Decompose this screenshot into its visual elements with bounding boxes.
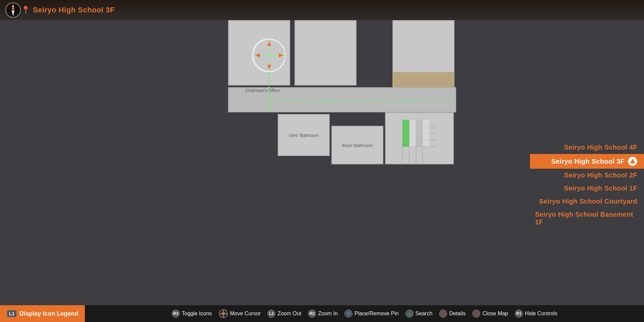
control-zoom-in: R2 Zoom In — [308, 310, 338, 318]
label-girls-bathroom: Girls' Bathroom — [282, 132, 326, 138]
control-toggle-icons: R3 Toggle Icons — [172, 310, 212, 318]
compass-icon: N — [5, 2, 21, 18]
r1-key: R1 — [515, 310, 523, 318]
triangle-key: △ — [406, 310, 414, 318]
header: N 📍 Seiryo High School 3F — [0, 0, 644, 20]
l1-key: L1 — [7, 310, 17, 317]
display-legend-button[interactable]: L1 Display Icon Legend — [0, 305, 85, 322]
active-floor-icon — [628, 157, 637, 166]
circle-key-details: ○ — [439, 310, 447, 318]
svg-rect-15 — [416, 120, 423, 147]
svg-rect-16 — [423, 120, 429, 147]
circle-key-close: ○ — [472, 310, 480, 318]
svg-marker-23 — [279, 53, 283, 57]
svg-point-29 — [222, 312, 225, 315]
floor-item-courtyard[interactable]: Seiryo High School Courtyard — [530, 195, 644, 208]
close-map-label: Close Map — [482, 311, 508, 317]
floor-item-basement1f[interactable]: Seiryo High School Basement 1F — [530, 208, 644, 229]
control-place-pin: ✕ Place/Remove Pin — [344, 310, 399, 318]
svg-marker-32 — [220, 313, 221, 315]
room-girls-bathroom: Girls' Bathroom — [278, 114, 330, 156]
floor-item-2f[interactable]: Seiryo High School 2F — [530, 169, 644, 182]
locker-grid-icon — [386, 113, 454, 165]
location-pin-icon: 📍 — [21, 6, 30, 14]
zoom-in-label: Zoom In — [318, 311, 338, 317]
room-right1-lower — [392, 72, 454, 87]
svg-marker-22 — [255, 53, 260, 57]
move-cursor-label: Move Cursor — [230, 311, 261, 317]
svg-rect-14 — [409, 120, 416, 147]
floor-item-4f[interactable]: Seiryo High School 4F — [530, 141, 644, 154]
search-label: Search — [416, 311, 433, 317]
label-chairman-office: Chairman's Office — [233, 88, 292, 93]
floor-item-3f[interactable]: Seiryo High School 3F — [530, 154, 644, 169]
room-mid1 — [294, 20, 357, 86]
controls-center: R3 Toggle Icons Move Cursor L2 Zoom Out … — [85, 309, 644, 318]
control-move-cursor: Move Cursor — [219, 309, 261, 318]
cursor-circle — [252, 39, 285, 72]
floor-map: Girls' Bathroom Boys' Bathroom — [228, 20, 530, 181]
floor-list: Seiryo High School 4F Seiryo High School… — [530, 141, 644, 229]
room-boys-bathroom: Boys' Bathroom — [331, 126, 383, 164]
display-legend-label: Display Icon Legend — [19, 310, 78, 317]
svg-marker-33 — [225, 313, 227, 315]
svg-marker-20 — [267, 41, 271, 46]
label-boys-bathroom: Boys' Bathroom — [336, 143, 379, 148]
svg-text:N: N — [12, 5, 14, 8]
cursor-crosshair-icon — [253, 39, 285, 72]
hide-controls-label: Hide Controls — [525, 311, 557, 317]
control-zoom-out: L2 Zoom Out — [267, 310, 301, 318]
svg-marker-21 — [267, 65, 271, 69]
joystick-icon — [219, 309, 228, 318]
svg-marker-30 — [222, 310, 224, 312]
room-lockers — [385, 112, 454, 164]
toggle-icons-label: Toggle Icons — [182, 311, 212, 317]
place-pin-label: Place/Remove Pin — [355, 311, 399, 317]
r2-key: R2 — [308, 310, 316, 318]
zoom-out-label: Zoom Out — [277, 311, 301, 317]
l2-key: L2 — [267, 310, 275, 318]
x-key: ✕ — [344, 310, 353, 318]
control-close-map: ○ Close Map — [472, 310, 508, 318]
floor-item-1f[interactable]: Seiryo High School 1F — [530, 182, 644, 195]
location-name: Seiryo High School 3F — [33, 6, 115, 14]
control-hide-controls: R1 Hide Controls — [515, 310, 557, 318]
control-details: ○ Details — [439, 310, 466, 318]
control-search: △ Search — [406, 310, 433, 318]
bottom-bar: L1 Display Icon Legend R3 Toggle Icons M… — [0, 305, 644, 322]
svg-marker-31 — [222, 316, 224, 317]
details-label: Details — [449, 311, 466, 317]
r3-key: R3 — [172, 310, 180, 318]
